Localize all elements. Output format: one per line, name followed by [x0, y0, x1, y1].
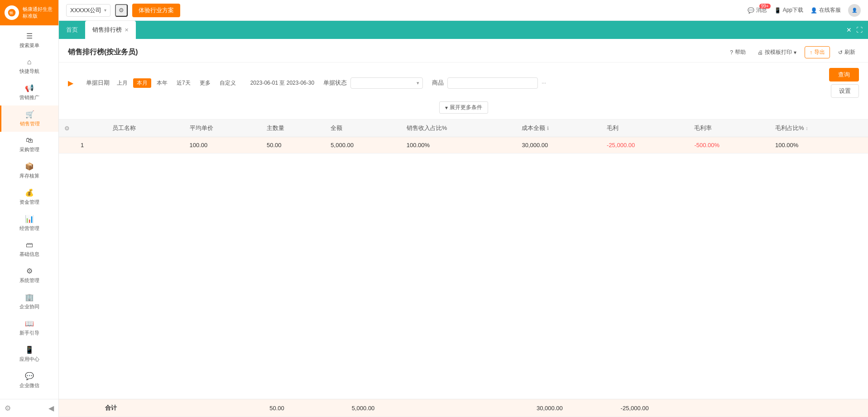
- cell-profit-pct: 100.00%: [770, 137, 868, 153]
- brand-text: 畅康通好生意 标准版: [23, 6, 53, 20]
- system-icon: ⚙: [26, 267, 33, 275]
- member-icon: V: [27, 398, 31, 399]
- setting-button[interactable]: 设置: [831, 84, 859, 98]
- tab-maximize-icon[interactable]: ⛶: [856, 26, 863, 34]
- svg-text:畅: 畅: [10, 10, 13, 15]
- sidebar-item-quick-nav[interactable]: ⌂ 快捷导航: [0, 53, 58, 79]
- message-button[interactable]: 💬 消息 99+: [748, 6, 767, 14]
- page-content: 销售排行榜(按业务员) ? 帮助 🖨 按模板打印 ▾ ↑ 导出: [59, 39, 868, 417]
- print-button[interactable]: 🖨 按模板打印 ▾: [754, 47, 800, 58]
- tab-home[interactable]: 首页: [59, 21, 85, 39]
- page-actions: ? 帮助 🖨 按模板打印 ▾ ↑ 导出 ↺ 刷新: [726, 46, 859, 58]
- sidebar-item-label: 系统管理: [19, 277, 39, 284]
- tab-close-icon[interactable]: ✕: [125, 27, 129, 33]
- help-button[interactable]: ? 帮助: [726, 47, 749, 58]
- query-button[interactable]: 查询: [829, 68, 859, 81]
- app-label: App下载: [783, 6, 803, 14]
- tab-sales-rank[interactable]: 销售排行榜 ✕: [85, 21, 136, 39]
- page-header: 销售排行榜(按业务员) ? 帮助 🖨 按模板打印 ▾ ↑ 导出: [59, 39, 868, 62]
- date-opt-this-year[interactable]: 本年: [153, 78, 171, 88]
- status-select-wrapper: [350, 77, 423, 89]
- footer-amount: 5,000.00: [346, 399, 428, 417]
- search-menu-icon: ☰: [26, 32, 33, 40]
- sidebar-item-app-center[interactable]: 📱 应用中心: [0, 341, 58, 367]
- filter-row-1: ▶ 单据日期 上月 本月 本年 近7天 更多 自定义: [68, 68, 859, 98]
- sidebar-item-enterprise[interactable]: 🏢 企业协同: [0, 288, 58, 315]
- th-avg-price: 平均单价: [184, 120, 261, 137]
- sidebar-item-basic-info[interactable]: 🗃 基础信息: [0, 236, 58, 262]
- export-button[interactable]: ↑ 导出: [805, 46, 830, 58]
- expand-conditions-button[interactable]: ▾ 展开更多条件: [439, 101, 488, 114]
- table-footer: 合计 50.00 5,000.00 30,000.00 -25,000.00: [59, 399, 868, 417]
- goods-more-link[interactable]: ···: [542, 80, 546, 86]
- date-opt-this-month[interactable]: 本月: [133, 78, 151, 88]
- footer-avg-price: [182, 399, 264, 417]
- message-icon: 💬: [748, 7, 754, 14]
- goods-filter-label: 商品: [432, 79, 444, 87]
- table-wrap: ⚙ 员工名称 平均单价 主数量 全额 销售收入占比% 成本全额 ℹ 毛利 毛利率…: [59, 120, 868, 399]
- cell-cost: 30,000.00: [516, 137, 601, 153]
- table-settings-icon[interactable]: ⚙: [64, 125, 70, 132]
- status-select[interactable]: [350, 77, 423, 89]
- sidebar-item-label: 企业微信: [19, 382, 39, 389]
- date-range-text: 2023-06-01 至 2023-06-30: [250, 79, 314, 87]
- print-icon: 🖨: [758, 49, 763, 56]
- sidebar-item-label: 基础信息: [19, 251, 39, 258]
- message-badge: 99+: [759, 4, 771, 9]
- company-selector[interactable]: XXXXX公司 ▾: [66, 4, 110, 17]
- date-filter-label: 单据日期: [86, 79, 110, 87]
- date-opt-prev-month[interactable]: 上月: [113, 78, 131, 88]
- sidebar-item-operations[interactable]: 📊 经营管理: [0, 210, 58, 236]
- sidebar-footer: ⚙ ◀: [0, 399, 58, 417]
- footer-empty-1: [59, 399, 75, 417]
- filter-expand-icon[interactable]: ▶: [68, 79, 73, 87]
- sidebar-item-system[interactable]: ⚙ 系统管理: [0, 262, 58, 288]
- sidebar-item-wechat[interactable]: 💬 企业微信: [0, 367, 58, 393]
- sidebar-item-sales[interactable]: 🛒 销售管理: [0, 105, 58, 132]
- cell-name: [107, 137, 184, 153]
- th-profit-pct: 毛利占比% ↕: [770, 120, 868, 137]
- sidebar-gear-icon[interactable]: ⚙: [5, 404, 11, 412]
- tab-close-window-icon[interactable]: ✕: [846, 26, 852, 34]
- th-rank: [75, 120, 107, 137]
- date-opt-custom[interactable]: 自定义: [216, 78, 240, 88]
- app-download-button[interactable]: 📱 App下载: [774, 6, 803, 14]
- cell-settings: [59, 137, 75, 153]
- th-settings[interactable]: ⚙: [59, 120, 75, 137]
- sidebar-item-finance[interactable]: 💰 资金管理: [0, 184, 58, 210]
- goods-input[interactable]: [447, 77, 538, 89]
- date-opt-7days[interactable]: 近7天: [173, 78, 194, 88]
- gear-icon: ⚙: [119, 7, 124, 14]
- trial-button[interactable]: 体验行业方案: [132, 4, 180, 17]
- date-opt-more[interactable]: 更多: [196, 78, 214, 88]
- online-service-button[interactable]: 👤 在线客服: [810, 6, 841, 14]
- footer-profit-pct: [786, 399, 868, 417]
- sidebar-item-member[interactable]: V 畅会员: [0, 393, 58, 399]
- sidebar-item-purchase[interactable]: 🛍 采购管理: [0, 132, 58, 158]
- refresh-button[interactable]: ↺ 刷新: [834, 47, 859, 58]
- sidebar-item-marketing[interactable]: 📢 营销推广: [0, 79, 58, 105]
- sidebar-item-label: 新手引导: [19, 330, 39, 336]
- table-body: 1 100.00 50.00 5,000.00 100.00% 30,000.0…: [59, 137, 868, 153]
- help-icon: ?: [730, 49, 733, 56]
- company-name: XXXXX公司: [70, 6, 101, 14]
- sidebar-header: 畅 畅康通好生意 标准版: [0, 0, 58, 25]
- tabbar: 首页 销售排行榜 ✕ ✕ ⛶: [59, 21, 868, 39]
- table-header: ⚙ 员工名称 平均单价 主数量 全额 销售收入占比% 成本全额 ℹ 毛利 毛利率…: [59, 120, 868, 137]
- service-icon: 👤: [810, 7, 817, 14]
- sidebar-item-guide[interactable]: 📖 新手引导: [0, 315, 58, 341]
- sidebar-item-search[interactable]: ☰ 搜索菜单: [0, 27, 58, 53]
- footer-table: 合计 50.00 5,000.00 30,000.00 -25,000.00: [59, 399, 868, 417]
- basic-info-icon: 🗃: [26, 241, 33, 249]
- home-tab-label: 首页: [66, 26, 78, 34]
- topbar-settings-button[interactable]: ⚙: [115, 4, 128, 17]
- logo-icon: 畅: [5, 5, 19, 20]
- avatar[interactable]: 👤: [848, 4, 861, 17]
- sidebar-item-inventory[interactable]: 📦 库存核算: [0, 158, 58, 184]
- cell-avg-price: 100.00: [184, 137, 261, 153]
- marketing-icon: 📢: [25, 84, 34, 92]
- wechat-icon: 💬: [25, 372, 34, 380]
- chevron-down-icon: ▾: [104, 8, 106, 13]
- footer-row: 合计 50.00 5,000.00 30,000.00 -25,000.00: [59, 399, 868, 417]
- sidebar-collapse-icon[interactable]: ◀: [48, 404, 54, 412]
